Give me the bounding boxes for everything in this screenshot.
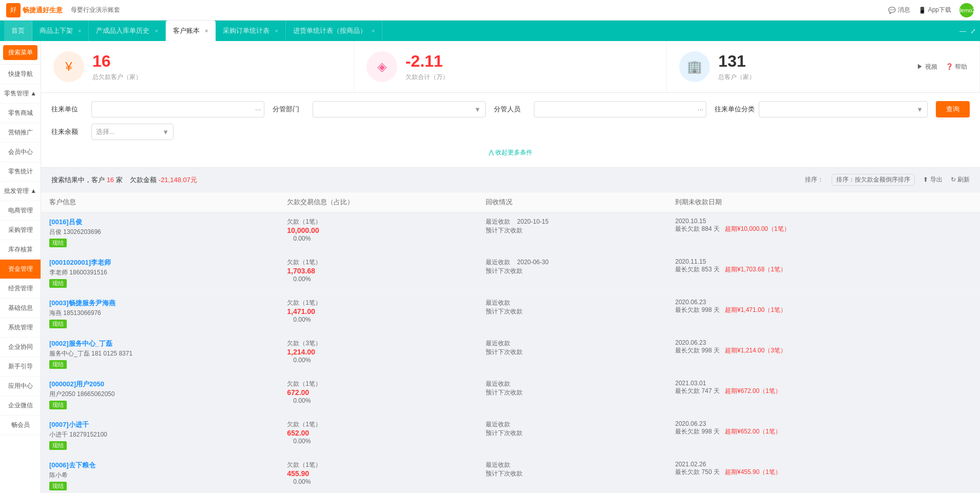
sidebar-item-newbie[interactable]: 新手引导 (0, 357, 41, 377)
source-unit-dots-icon[interactable]: ··· (255, 105, 261, 113)
debt-icon: ◈ (367, 51, 397, 82)
sidebar-item-finance[interactable]: 资金管理 (0, 260, 41, 279)
stats-row: ¥ 16 总欠款客户（家） ◈ -2.11 欠款合计（万） 🏢 131 总客户（… (41, 41, 980, 93)
customer-tag-3: 现结 (49, 360, 67, 369)
sidebar-item-batch-mgmt[interactable]: 批发管理 ▲ (0, 182, 41, 201)
close-icon[interactable]: × (205, 28, 208, 34)
sidebar-item-retail-stats[interactable]: 零售统计 (0, 162, 41, 182)
maximize-icon[interactable]: ⤢ (970, 27, 976, 35)
sidebar-item-ecommerce[interactable]: 电商管理 (0, 201, 41, 221)
tab-goods-stats[interactable]: 进货单统计表（按商品） × (286, 21, 382, 41)
cell-recovery-0: 最近收款 2020-10-15 预计下次收款 (477, 212, 667, 253)
customer-phone-1: 李老师 18600391516 (49, 268, 271, 277)
toolbar-right: 排序： 排序：按欠款金额倒序排序 ⬆ 导出 ↻ 刷新 (805, 174, 970, 186)
customer-phone-0: 吕俊 13026203696 (49, 228, 271, 236)
collapse-label: 收起更多条件 (495, 149, 532, 156)
person-dots-icon[interactable]: ··· (698, 105, 704, 113)
cell-due-0: 2020.10.15 最长欠款 884 天 超期¥10,000.00（1笔） (667, 212, 980, 253)
overdue-amount-4[interactable]: 超期¥672.00（1笔） (725, 387, 781, 395)
customer-name-1[interactable]: [0001020001]李老师 (49, 258, 271, 267)
customer-name-3[interactable]: [0002]服务中心_丁磊 (49, 339, 271, 348)
message-btn[interactable]: 💬 消息 (888, 6, 910, 14)
last-payment-label-0: 最近收款 2020-10-15 (486, 218, 659, 226)
sidebar-item-zero-retail[interactable]: 零售管理 ▲ (0, 84, 41, 104)
source-unit-input[interactable] (91, 101, 264, 117)
customer-name-6[interactable]: [0006]去下粮仓 (49, 461, 271, 470)
export-btn[interactable]: ⬆ 导出 (923, 175, 942, 184)
search-button[interactable]: 查询 (936, 101, 970, 117)
sidebar-item-basic-info[interactable]: 基础信息 (0, 299, 41, 318)
debt-label-0: 欠款（1笔） (287, 218, 469, 226)
help-btn[interactable]: ❓ 帮助 (946, 63, 967, 71)
balance-select[interactable]: 选择... ▼ (91, 124, 174, 140)
sidebar-item-purchase[interactable]: 采购管理 (0, 221, 41, 240)
user-avatar[interactable]: demo2 (959, 3, 974, 17)
customer-name-0[interactable]: [0016]吕俊 (49, 218, 271, 227)
refresh-btn[interactable]: ↻ 刷新 (951, 175, 970, 184)
chevron-down-icon2: ▼ (916, 106, 923, 113)
sidebar-item-member[interactable]: 会员中心 (0, 143, 41, 162)
cell-customer-2: [0003]畅捷服务尹海燕 海燕 18513066976 现结 (41, 293, 279, 334)
overdue-amount-6[interactable]: 超期¥455.90（1笔） (725, 468, 781, 476)
close-icon[interactable]: × (155, 28, 158, 34)
overdue-amount-1[interactable]: 超期¥1,703.68（1笔） (725, 266, 786, 273)
overdue-amount-5[interactable]: 超期¥652.00（1笔） (725, 428, 781, 435)
cell-recovery-6: 最近收款 预计下次收款 (477, 456, 667, 494)
overdue-amount-2[interactable]: 超期¥1,471.00（1笔） (725, 306, 786, 313)
table-row: [0001020001]李老师 李老师 18600391516 现结 欠款（1笔… (41, 253, 980, 293)
person-label: 分管人员 (494, 105, 530, 114)
sidebar-item-inventory[interactable]: 库存核算 (0, 240, 41, 260)
overdue-amount-0[interactable]: 超期¥10,000.00（1笔） (725, 225, 790, 232)
close-icon[interactable]: × (78, 28, 81, 34)
cell-customer-5: [0007]小进千 小进千 18279152100 现结 (41, 415, 279, 456)
nav-tabs: 首页 商品上下架 × 产成品入库单历史 × 客户账本 × 采购订单统计表 × 进… (0, 21, 980, 41)
balance-label: 往来余额 (51, 127, 87, 136)
unit-category-select[interactable]: ▼ (759, 101, 928, 117)
overdue-amount-3[interactable]: 超期¥1,214.00（3笔） (725, 347, 786, 354)
tab-customer-account[interactable]: 客户账本 × (166, 21, 216, 41)
cell-debt-4: 欠款（1笔） 672.00 0.00% (279, 374, 477, 415)
customer-tag-5: 现结 (49, 441, 67, 450)
table-toolbar: 搜索结果中，客户 16 家 欠款金额 -21,148.07元 排序： 排序：按欠… (41, 168, 980, 192)
cell-recovery-1: 最近收款 2020-06-30 预计下次收款 (477, 253, 667, 293)
tab-home[interactable]: 首页 (4, 21, 32, 41)
operation-label: 经营管理 (2, 284, 39, 293)
cell-customer-6: [0006]去下粮仓 陈小希 现结 (41, 456, 279, 494)
due-date-1: 2020.11.15 (675, 258, 972, 265)
unit-category-label: 往来单位分类 (715, 105, 755, 114)
sort-select[interactable]: 排序：按欠款金额倒序排序 (832, 174, 915, 186)
next-payment-label-1: 预计下次收款 (486, 267, 659, 275)
close-icon[interactable]: × (275, 28, 278, 34)
person-input[interactable] (534, 101, 707, 117)
cell-due-1: 2020.11.15 最长欠款 853 天 超期¥1,703.68（1笔） (667, 253, 980, 293)
quick-nav-label: 快捷导航 (2, 70, 39, 78)
cell-recovery-2: 最近收款 预计下次收款 (477, 293, 667, 334)
search-menu-btn[interactable]: 搜索菜单 (3, 45, 37, 60)
sidebar-item-apps[interactable]: 应用中心 (0, 377, 41, 396)
table-header-row: 客户信息 欠款交易信息（占比） 回收情况 到期未收款日期 (41, 192, 980, 212)
close-icon[interactable]: × (372, 28, 375, 34)
col-recovery: 回收情况 (477, 192, 667, 212)
customer-name-2[interactable]: [0003]畅捷服务尹海燕 (49, 299, 271, 308)
sidebar-item-member2[interactable]: 畅会员 (0, 416, 41, 435)
tab-purchase-order[interactable]: 采购订单统计表 × (216, 21, 285, 41)
sidebar-item-marketing[interactable]: 营销推广 (0, 123, 41, 143)
department-select[interactable]: ▼ (313, 101, 486, 117)
collapse-btn[interactable]: ⋀ 收起更多条件 (51, 146, 970, 159)
sidebar-item-quick-nav[interactable]: 快捷导航 (0, 65, 41, 84)
cell-customer-1: [0001020001]李老师 李老师 18600391516 现结 (41, 253, 279, 293)
view-video-btn[interactable]: ▶ 视频 (917, 63, 937, 71)
sidebar-item-wechat[interactable]: 企业微信 (0, 396, 41, 416)
app-download-btn[interactable]: 📱 App下载 (918, 6, 951, 14)
sidebar-item-operation[interactable]: 经营管理 (0, 279, 41, 299)
debt-label-6: 欠款（1笔） (287, 461, 469, 469)
minimize-icon[interactable]: — (959, 27, 966, 35)
customer-name-4[interactable]: [000002]用户2050 (49, 380, 271, 389)
sidebar-item-enterprise[interactable]: 企业协同 (0, 338, 41, 357)
tab-product-history[interactable]: 产成品入库单历史 × (89, 21, 165, 41)
sidebar-item-system[interactable]: 系统管理 (0, 318, 41, 338)
customer-name-5[interactable]: [0007]小进千 (49, 420, 271, 429)
tab-goods-online[interactable]: 商品上下架 × (32, 21, 89, 41)
col-debt-info: 欠款交易信息（占比） (279, 192, 477, 212)
sidebar-item-zero-shop[interactable]: 零售商城 (0, 104, 41, 123)
